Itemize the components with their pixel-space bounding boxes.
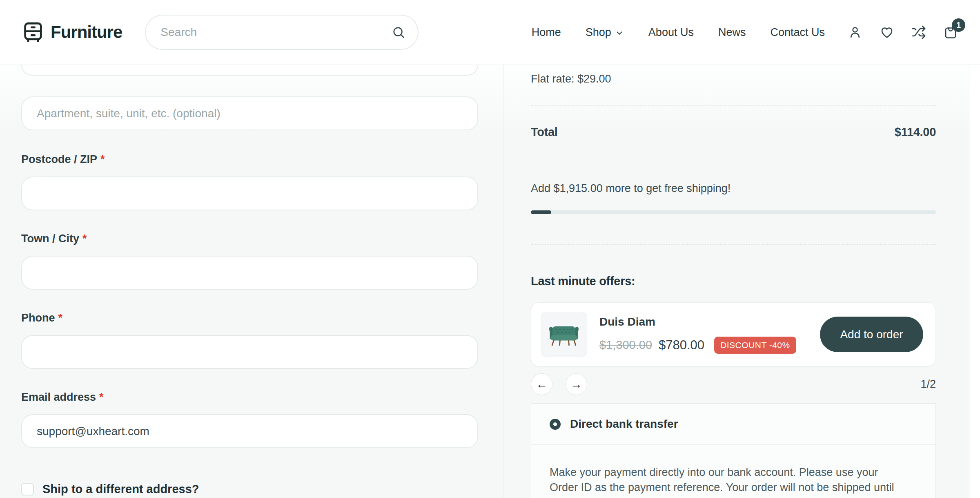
offer-info: Duis Diam $1,300.00 $780.00 DISCOUNT -40… <box>599 315 796 354</box>
divider <box>531 105 936 106</box>
total-label: Total <box>531 125 558 139</box>
header-actions: 1 <box>847 24 959 40</box>
offers-carousel-controls: ← → 1/2 <box>531 373 936 395</box>
town-city-label: Town / City* <box>21 232 478 245</box>
offer-title: Duis Diam <box>599 315 796 328</box>
cart-button[interactable]: 1 <box>942 24 959 40</box>
ship-different-address-label[interactable]: Ship to a different address? <box>42 482 199 496</box>
radio-selected-icon[interactable] <box>550 419 561 430</box>
offer-price: $780.00 <box>659 338 704 353</box>
total-row: Total $114.00 <box>531 125 936 139</box>
ship-different-address-row: Ship to a different address? <box>21 482 478 496</box>
offer-card: Duis Diam $1,300.00 $780.00 DISCOUNT -40… <box>531 302 936 366</box>
ship-different-address-checkbox[interactable] <box>21 483 34 496</box>
arrow-right-icon: → <box>571 379 582 390</box>
address-input-truncated[interactable] <box>21 65 478 76</box>
offer-price-row: $1,300.00 $780.00 DISCOUNT -40% <box>599 337 796 354</box>
compare-button[interactable] <box>911 24 927 40</box>
town-city-input[interactable] <box>21 256 478 290</box>
nav-home[interactable]: Home <box>532 26 561 39</box>
add-to-order-button[interactable]: Add to order <box>820 317 923 352</box>
column-divider <box>503 65 503 498</box>
shuffle-icon <box>911 25 926 40</box>
main-nav: Home Shop About Us News Contact Us <box>532 26 825 39</box>
free-shipping-progress <box>531 210 936 214</box>
chevron-down-icon <box>615 29 624 38</box>
search-bar <box>145 15 419 50</box>
offers-prev-button[interactable]: ← <box>531 373 552 395</box>
required-asterisk: * <box>58 312 63 324</box>
wishlist-button[interactable] <box>879 24 895 40</box>
header: Furniture Home Shop About Us News Contac… <box>0 0 980 65</box>
offer-old-price: $1,300.00 <box>599 338 652 352</box>
payment-method-direct-bank-transfer[interactable]: Direct bank transfer <box>531 404 935 444</box>
nav-contact-us[interactable]: Contact Us <box>770 26 825 39</box>
offers-next-button[interactable]: → <box>566 373 587 395</box>
nav-news[interactable]: News <box>718 26 746 39</box>
divider <box>531 244 936 245</box>
offer-product-image <box>541 312 587 357</box>
user-icon <box>848 25 862 40</box>
scrollbar-track[interactable] <box>969 65 980 498</box>
account-button[interactable] <box>847 24 863 40</box>
furniture-cabinet-icon <box>21 20 45 44</box>
cart-count-badge: 1 <box>952 18 965 32</box>
postcode-input[interactable] <box>21 176 478 210</box>
sofa-image <box>544 322 584 347</box>
radio-dot <box>553 422 557 426</box>
required-asterisk: * <box>82 232 87 245</box>
brand-logo[interactable]: Furniture <box>21 20 122 44</box>
payment-methods: Direct bank transfer Make your payment d… <box>531 403 936 498</box>
discount-badge: DISCOUNT -40% <box>714 337 796 354</box>
offers-pagination: 1/2 <box>920 378 936 391</box>
search-icon[interactable] <box>392 25 405 39</box>
last-minute-offers-heading: Last minute offers: <box>531 275 936 288</box>
phone-input[interactable] <box>21 335 478 369</box>
required-asterisk: * <box>100 153 105 166</box>
heart-icon <box>880 25 894 40</box>
free-shipping-progress-fill <box>531 210 551 214</box>
email-input[interactable] <box>21 414 478 448</box>
postcode-label: Postcode / ZIP* <box>21 153 478 166</box>
email-label: Email address* <box>21 391 478 404</box>
billing-form: Postcode / ZIP* Town / City* Phone* Emai… <box>21 65 478 496</box>
nav-about-us[interactable]: About Us <box>648 26 694 39</box>
total-value: $114.00 <box>895 125 936 139</box>
brand-name: Furniture <box>51 22 122 42</box>
apartment-input[interactable] <box>21 96 478 130</box>
checkout-page: Postcode / ZIP* Town / City* Phone* Emai… <box>0 65 980 498</box>
free-shipping-message: Add $1,915.00 more to get free shipping! <box>531 182 936 195</box>
payment-method-label: Direct bank transfer <box>570 418 678 431</box>
search-input[interactable] <box>160 26 392 39</box>
phone-label: Phone* <box>21 312 478 324</box>
arrow-left-icon: ← <box>536 379 548 390</box>
payment-method-description: Make your payment directly into our bank… <box>531 445 935 498</box>
shipping-rate-text: Flat rate: $29.00 <box>531 73 936 85</box>
order-summary: Flat rate: $29.00 Total $114.00 Add $1,9… <box>531 65 936 498</box>
nav-shop[interactable]: Shop <box>586 26 624 39</box>
required-asterisk: * <box>99 391 104 404</box>
